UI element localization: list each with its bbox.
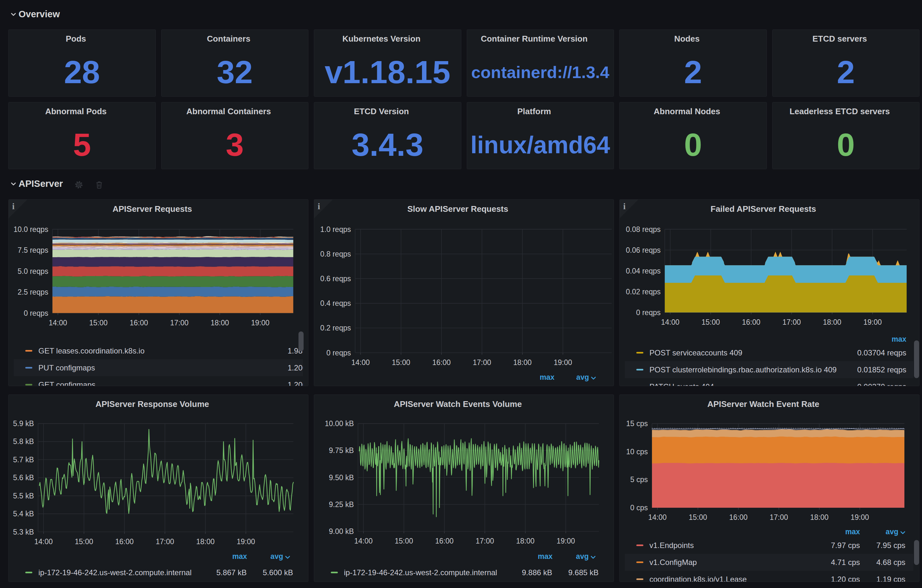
svg-text:5.5 kB: 5.5 kB	[13, 492, 34, 500]
svg-text:0 reqps: 0 reqps	[636, 308, 660, 316]
svg-text:5.6 kB: 5.6 kB	[13, 474, 34, 482]
svg-text:0.8 reqps: 0.8 reqps	[320, 250, 351, 258]
svg-text:5.7 kB: 5.7 kB	[13, 455, 34, 464]
svg-text:10.00 kB: 10.00 kB	[325, 420, 354, 428]
svg-text:18:00: 18:00	[823, 318, 841, 326]
svg-text:15:00: 15:00	[75, 537, 93, 546]
svg-text:0 cps: 0 cps	[630, 503, 648, 512]
svg-text:0.02 reqps: 0.02 reqps	[626, 287, 660, 296]
svg-text:0.08 reqps: 0.08 reqps	[626, 225, 660, 233]
svg-text:17:00: 17:00	[473, 358, 491, 366]
svg-text:15:00: 15:00	[395, 537, 414, 545]
svg-text:9.75 kB: 9.75 kB	[329, 446, 354, 455]
svg-text:17:00: 17:00	[170, 318, 189, 327]
svg-text:16:00: 16:00	[432, 358, 451, 366]
svg-text:5.4 kB: 5.4 kB	[13, 510, 34, 518]
svg-text:0.2 reqps: 0.2 reqps	[320, 324, 351, 332]
svg-text:17:00: 17:00	[476, 537, 494, 545]
svg-text:15 cps: 15 cps	[626, 420, 648, 428]
svg-text:18:00: 18:00	[211, 318, 229, 327]
svg-text:14:00: 14:00	[661, 318, 680, 326]
svg-text:0.4 reqps: 0.4 reqps	[320, 299, 351, 307]
svg-text:16:00: 16:00	[115, 537, 134, 546]
svg-text:15:00: 15:00	[392, 358, 410, 366]
svg-text:0.06 reqps: 0.06 reqps	[626, 246, 660, 254]
svg-text:14:00: 14:00	[34, 537, 53, 546]
svg-text:5.0 reqps: 5.0 reqps	[18, 267, 48, 275]
svg-text:14:00: 14:00	[354, 537, 373, 545]
svg-text:9.50 kB: 9.50 kB	[329, 473, 354, 482]
svg-text:15:00: 15:00	[701, 318, 720, 326]
svg-text:10 cps: 10 cps	[626, 447, 648, 456]
svg-text:19:00: 19:00	[554, 358, 572, 366]
svg-text:19:00: 19:00	[863, 318, 882, 326]
svg-text:19:00: 19:00	[557, 537, 575, 545]
svg-text:18:00: 18:00	[810, 513, 829, 521]
svg-text:16:00: 16:00	[742, 318, 760, 326]
svg-text:1.0 reqps: 1.0 reqps	[320, 225, 351, 233]
svg-text:14:00: 14:00	[351, 358, 370, 366]
svg-text:9.25 kB: 9.25 kB	[329, 500, 354, 508]
svg-text:18:00: 18:00	[516, 537, 535, 545]
svg-text:5.3 kB: 5.3 kB	[13, 528, 34, 536]
svg-text:5.8 kB: 5.8 kB	[13, 437, 34, 446]
svg-text:5.9 kB: 5.9 kB	[13, 420, 34, 428]
svg-text:14:00: 14:00	[648, 513, 667, 521]
svg-text:17:00: 17:00	[156, 537, 174, 546]
svg-text:16:00: 16:00	[129, 318, 148, 327]
svg-text:0 reqps: 0 reqps	[24, 309, 48, 317]
svg-text:19:00: 19:00	[237, 537, 255, 546]
svg-text:5 cps: 5 cps	[630, 475, 648, 484]
svg-text:15:00: 15:00	[89, 318, 108, 327]
svg-text:17:00: 17:00	[783, 318, 801, 326]
svg-text:7.5 reqps: 7.5 reqps	[18, 246, 48, 254]
svg-text:10.0 reqps: 10.0 reqps	[13, 225, 48, 233]
svg-text:9.00 kB: 9.00 kB	[329, 527, 354, 536]
svg-text:18:00: 18:00	[196, 537, 215, 546]
svg-text:0.04 reqps: 0.04 reqps	[626, 266, 660, 275]
svg-text:16:00: 16:00	[435, 537, 454, 545]
svg-text:0.6 reqps: 0.6 reqps	[320, 274, 351, 283]
svg-text:17:00: 17:00	[770, 513, 788, 521]
svg-text:0 reqps: 0 reqps	[326, 348, 351, 357]
svg-text:2.5 reqps: 2.5 reqps	[18, 288, 48, 296]
svg-text:16:00: 16:00	[729, 513, 748, 521]
svg-text:15:00: 15:00	[689, 513, 707, 521]
svg-text:14:00: 14:00	[49, 318, 67, 327]
svg-text:19:00: 19:00	[251, 318, 270, 327]
svg-text:19:00: 19:00	[851, 513, 869, 521]
svg-text:18:00: 18:00	[513, 358, 532, 366]
